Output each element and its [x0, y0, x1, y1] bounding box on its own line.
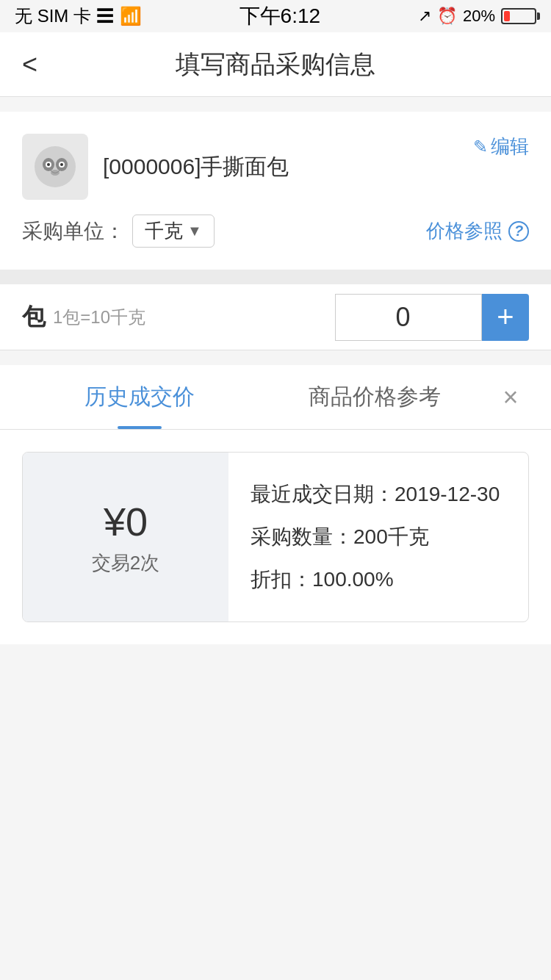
- dropdown-arrow-icon: ▼: [187, 223, 202, 239]
- unit-row: 采购单位： 千克 ▼: [22, 215, 215, 248]
- alarm-icon: ⏰: [437, 7, 457, 26]
- product-name: [0000006]手撕面包: [103, 152, 289, 182]
- price-summary: ¥0 交易2次: [23, 453, 228, 621]
- price-reference-button[interactable]: 价格参照 ?: [426, 218, 529, 244]
- battery-percent: 20%: [463, 7, 495, 26]
- recent-date-value: 2019-12-30: [395, 483, 500, 505]
- svg-point-5: [47, 163, 50, 166]
- status-left: 无 SIM 卡 ☰ 📶: [15, 4, 142, 28]
- back-button[interactable]: <: [15, 42, 45, 87]
- purchase-qty-label: 采购数量：: [251, 525, 353, 548]
- svg-point-6: [60, 163, 63, 166]
- price-ref-label: 价格参照: [426, 218, 503, 244]
- price-card-content: ¥0 交易2次 最近成交日期：2019-12-30 采购数量：200千克 折扣：…: [0, 430, 551, 644]
- page-background: [0, 644, 551, 980]
- unit-conversion: 1包=10千克: [53, 306, 145, 329]
- svg-point-0: [35, 146, 76, 187]
- product-image: [22, 134, 88, 200]
- status-time: 下午6:12: [240, 2, 321, 30]
- discount-row: 折扣：100.00%: [251, 564, 506, 595]
- sim-status: 无 SIM 卡 ☰: [15, 4, 114, 28]
- unit-label: 采购单位：: [22, 217, 125, 245]
- tab-price-reference[interactable]: 商品价格参考: [257, 365, 492, 429]
- info-icon: ?: [508, 221, 529, 242]
- product-bottom: 采购单位： 千克 ▼ 价格参照 ?: [22, 215, 529, 248]
- header: < 填写商品采购信息: [0, 32, 551, 97]
- tab-history-price[interactable]: 历史成交价: [22, 365, 257, 429]
- location-icon: ↗: [418, 7, 431, 26]
- bottom-panel: 历史成交价 商品价格参考 × ¥0 交易2次 最近成交日期：2019-12-30…: [0, 365, 551, 644]
- quantity-controls: +: [335, 294, 529, 341]
- tab-close-button[interactable]: ×: [492, 379, 529, 416]
- section-divider: [0, 270, 551, 284]
- discount-label: 折扣：: [251, 568, 312, 591]
- recent-date-row: 最近成交日期：2019-12-30: [251, 479, 506, 510]
- discount-value: 100.00%: [312, 568, 394, 591]
- tabs: 历史成交价 商品价格参考 ×: [0, 365, 551, 430]
- purchase-qty-row: 采购数量：200千克: [251, 522, 506, 552]
- quantity-input[interactable]: [335, 294, 482, 341]
- status-right: ↗ ⏰ 20%: [418, 7, 536, 26]
- wifi-icon: 📶: [120, 6, 142, 26]
- page-title: 填写商品采购信息: [176, 48, 375, 82]
- quantity-plus-button[interactable]: +: [482, 294, 529, 341]
- quantity-row: 包 1包=10千克 +: [0, 284, 551, 350]
- status-bar: 无 SIM 卡 ☰ 📶 下午6:12 ↗ ⏰ 20%: [0, 0, 551, 32]
- unit-select[interactable]: 千克 ▼: [132, 215, 215, 248]
- purchase-qty-value: 200千克: [353, 525, 429, 548]
- edit-label: 编辑: [491, 134, 529, 159]
- battery-icon: [501, 8, 536, 24]
- product-top: [0000006]手撕面包 ✎ 编辑: [22, 134, 529, 200]
- product-left: [0000006]手撕面包: [22, 134, 289, 200]
- edit-button[interactable]: ✎ 编辑: [473, 134, 529, 159]
- tab-history-label: 历史成交价: [84, 382, 195, 412]
- quantity-label: 包 1包=10千克: [22, 301, 145, 334]
- price-details: 最近成交日期：2019-12-30 采购数量：200千克 折扣：100.00%: [228, 453, 528, 621]
- edit-icon: ✎: [473, 137, 488, 157]
- price-transactions: 交易2次: [92, 550, 159, 576]
- tab-price-ref-label: 商品价格参考: [309, 382, 441, 412]
- recent-date-label: 最近成交日期：: [251, 483, 395, 505]
- price-amount: ¥0: [104, 499, 148, 544]
- unit-value: 千克: [145, 218, 183, 244]
- product-card: [0000006]手撕面包 ✎ 编辑 采购单位： 千克 ▼ 价格参照 ?: [0, 112, 551, 270]
- unit-name: 包: [22, 301, 46, 334]
- price-card: ¥0 交易2次 最近成交日期：2019-12-30 采购数量：200千克 折扣：…: [22, 452, 529, 622]
